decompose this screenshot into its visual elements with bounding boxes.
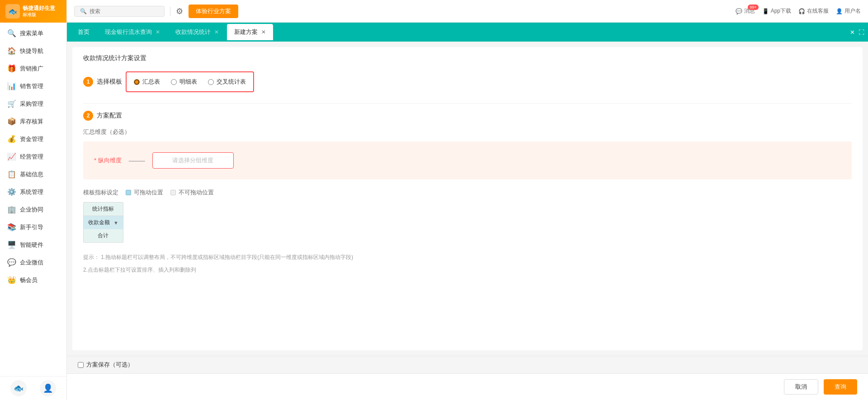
sidebar: 🐟 畅捷通好生意 标准版 🔍 搜索菜单 🏠 快捷导航 🎁 营销推广 📊 销售管理… [0, 0, 67, 400]
radio-cross-input[interactable] [208, 79, 214, 85]
book-icon: 📚 [7, 223, 16, 231]
crown-icon: 👑 [7, 276, 16, 284]
save-checkbox[interactable] [78, 362, 84, 368]
sidebar-bottom-icon-right[interactable]: 👤 [40, 380, 56, 396]
topbar: 🔍 ⚙ 体验行业方案 💬 消息 99+ 📱 App下载 🎧 在线客服 👤 用户名 [67, 0, 868, 23]
sidebar-item-hardware[interactable]: 🖥️ 智能硬件 [0, 236, 66, 254]
unmovable-dot [170, 190, 176, 195]
sidebar-bottom-icon-left[interactable]: 🐟 [10, 380, 27, 396]
user-profile[interactable]: 👤 用户名 [836, 7, 861, 15]
dropdown-icon[interactable]: ▼ [113, 220, 118, 226]
sidebar-item-search[interactable]: 🔍 搜索菜单 [0, 24, 66, 42]
trend-icon: 📈 [7, 152, 16, 161]
sidebar-item-marketing[interactable]: 🎁 营销推广 [0, 60, 66, 77]
tab-bank[interactable]: 现金银行流水查询 ✕ [98, 24, 167, 40]
step1-header: 1 选择模板 汇总表 明细表 交叉统计表 [83, 71, 852, 92]
home-icon: 🏠 [7, 47, 16, 55]
support-item[interactable]: 🎧 在线客服 [798, 7, 829, 15]
save-checkbox-label[interactable]: 方案保存（可选） [78, 361, 133, 369]
sidebar-logo: 🐟 畅捷通好生意 标准版 [0, 0, 66, 23]
vertical-dimension-label: * 纵向维度 [94, 156, 122, 165]
stats-row-label: 收款金额 [88, 219, 110, 226]
cancel-button[interactable]: 取消 [784, 379, 818, 395]
notification-icon: 💬 [736, 8, 742, 14]
movable-dot [126, 190, 131, 195]
radio-summary-input[interactable] [134, 79, 140, 85]
template-selection: 汇总表 明细表 交叉统计表 [126, 71, 254, 92]
building-icon: 🏢 [7, 205, 16, 214]
search-icon: 🔍 [80, 8, 87, 14]
logo-text: 畅捷通好生意 标准版 [23, 5, 55, 18]
tab-stats-close[interactable]: ✕ [214, 29, 219, 35]
radio-cross-label: 交叉统计表 [217, 78, 246, 86]
tab-new-close[interactable]: ✕ [261, 29, 266, 35]
logo-icon: 🐟 [5, 4, 20, 19]
dimension-config: 汇总维度（必选） * 纵向维度 —— 请选择分组维度 [83, 128, 852, 179]
sidebar-item-operations[interactable]: 📈 经营管理 [0, 148, 66, 165]
tab-close-all-icon[interactable]: ✕ [850, 29, 855, 36]
sidebar-item-sales[interactable]: 📊 销售管理 [0, 77, 66, 95]
radio-summary[interactable]: 汇总表 [134, 78, 160, 86]
step1-section: 1 选择模板 汇总表 明细表 交叉统计表 [83, 71, 852, 92]
radio-detail[interactable]: 明细表 [171, 78, 197, 86]
dimension-select[interactable]: 请选择分组维度 [152, 152, 234, 169]
download-item[interactable]: 📱 App下载 [762, 7, 791, 15]
sidebar-item-quick-nav[interactable]: 🏠 快捷导航 [0, 42, 66, 60]
page-content: 收款情况统计方案设置 1 选择模板 汇总表 明细表 [67, 42, 868, 373]
step2-section: 2 方案配置 汇总维度（必选） * 纵向维度 —— 请选择分组维度 [83, 111, 852, 275]
chat-icon: 💬 [7, 258, 16, 267]
sidebar-item-inventory[interactable]: 📦 库存核算 [0, 113, 66, 130]
topbar-divider [170, 7, 170, 16]
step2-title: 方案配置 [97, 112, 122, 120]
query-button[interactable]: 查询 [824, 379, 857, 395]
radio-detail-label: 明细表 [179, 78, 197, 86]
tabs-right: ✕ ⛶ [850, 29, 864, 36]
gift-icon: 🎁 [7, 64, 16, 73]
cart-icon: 🛒 [7, 99, 16, 108]
sidebar-item-wechat[interactable]: 💬 企业微信 [0, 254, 66, 271]
dimension-title: 汇总维度（必选） [83, 128, 852, 136]
sidebar-bottom: 🐟 👤 [0, 376, 66, 400]
topbar-search-box[interactable]: 🔍 [74, 6, 165, 17]
step-divider [83, 103, 852, 104]
stats-table-row[interactable]: 收款金额 ▼ [84, 216, 123, 229]
dimension-area: * 纵向维度 —— 请选择分组维度 [83, 141, 852, 179]
sidebar-nav: 🔍 搜索菜单 🏠 快捷导航 🎁 营销推广 📊 销售管理 🛒 采购管理 📦 库存核… [0, 23, 66, 376]
arrow-icon: —— [129, 156, 145, 165]
tab-bank-close[interactable]: ✕ [156, 29, 160, 35]
legend-unmovable: 不可拖动位置 [170, 188, 214, 197]
stats-table-header: 统计指标 [84, 202, 123, 216]
notification-item[interactable]: 💬 消息 99+ [736, 7, 755, 15]
radio-detail-input[interactable] [171, 79, 177, 85]
monitor-icon: 🖥️ [7, 240, 16, 249]
list-icon: 📋 [7, 170, 16, 179]
sidebar-item-system[interactable]: ⚙️ 系统管理 [0, 183, 66, 201]
tab-stats[interactable]: 收款情况统计 ✕ [168, 24, 226, 40]
search-input[interactable] [90, 8, 159, 14]
bottom-bar: 取消 查询 [67, 373, 868, 400]
radio-summary-label: 汇总表 [142, 78, 160, 86]
tab-new[interactable]: 新建方案 ✕ [227, 24, 273, 40]
sidebar-item-enterprise[interactable]: 🏢 企业协同 [0, 201, 66, 218]
sidebar-item-finance[interactable]: 💰 资金管理 [0, 130, 66, 148]
footer: 方案保存（可选） [67, 356, 868, 373]
sidebar-item-member[interactable]: 👑 畅会员 [0, 271, 66, 289]
sidebar-item-guide[interactable]: 📚 新手引导 [0, 218, 66, 236]
radio-cross[interactable]: 交叉统计表 [208, 78, 246, 86]
tab-expand-icon[interactable]: ⛶ [859, 29, 864, 36]
dimension-row: * 纵向维度 —— 请选择分组维度 [94, 152, 841, 169]
sidebar-item-purchase[interactable]: 🛒 采购管理 [0, 95, 66, 113]
chart-icon: 📊 [7, 82, 16, 90]
tip-2: 2.点击标题栏下拉可设置排序、插入列和删除列 [83, 264, 852, 275]
main: 🔍 ⚙ 体验行业方案 💬 消息 99+ 📱 App下载 🎧 在线客服 👤 用户名 [67, 0, 868, 400]
page-title: 收款情况统计方案设置 [83, 54, 852, 62]
tab-home[interactable]: 首页 [71, 24, 97, 40]
stats-table-total: 合计 [84, 229, 123, 242]
trial-button[interactable]: 体验行业方案 [189, 5, 238, 18]
topbar-right: 💬 消息 99+ 📱 App下载 🎧 在线客服 👤 用户名 [736, 7, 861, 15]
settings-icon[interactable]: ⚙ [176, 6, 183, 16]
stats-table: 统计指标 收款金额 ▼ 合计 [83, 202, 123, 243]
tabs-bar: 首页 现金银行流水查询 ✕ 收款情况统计 ✕ 新建方案 ✕ ✕ ⛶ [67, 23, 868, 42]
search-icon: 🔍 [7, 29, 16, 38]
sidebar-item-basic[interactable]: 📋 基础信息 [0, 165, 66, 183]
